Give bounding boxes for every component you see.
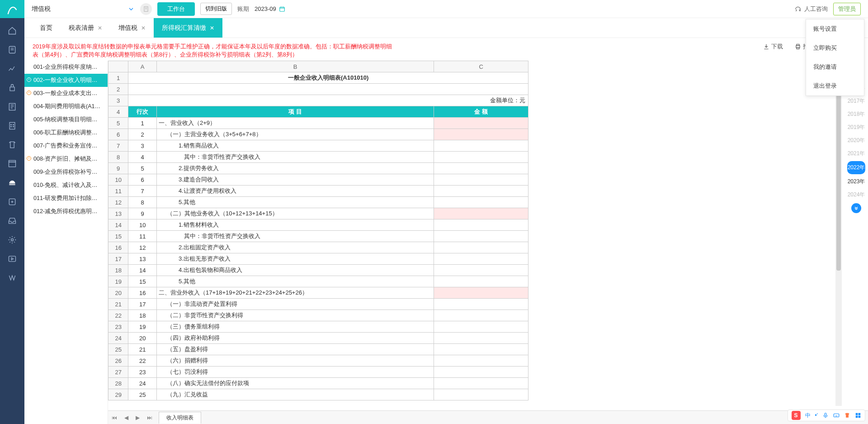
- amount-cell[interactable]: [434, 321, 528, 333]
- page-tabs: 首页税表清册✕增值税✕所得税汇算清缴✕: [24, 18, 868, 38]
- form-list-item[interactable]: 004-期间费用明细表(A1040…: [24, 100, 108, 113]
- support-link[interactable]: 人工咨询: [794, 5, 828, 13]
- amount-cell[interactable]: [434, 118, 528, 129]
- amount-cell[interactable]: [434, 208, 528, 219]
- form-list-item[interactable]: 001-企业所得税年度纳税申…: [24, 61, 108, 74]
- tab[interactable]: 税表清册✕: [61, 18, 110, 38]
- amount-cell[interactable]: [434, 163, 528, 174]
- ime-toolbar[interactable]: S 中 •': [788, 410, 866, 421]
- home-icon[interactable]: [8, 26, 17, 35]
- form-list-item[interactable]: 009-企业所得税弥补亏损明…: [24, 166, 108, 179]
- headset-icon: [794, 5, 802, 13]
- user-menu-item[interactable]: 退出登录: [806, 76, 864, 95]
- year-option[interactable]: 2021年: [844, 147, 868, 160]
- report-icon[interactable]: [8, 102, 17, 111]
- amount-cell[interactable]: [434, 310, 528, 321]
- amount-cell[interactable]: [434, 276, 528, 287]
- form-list-item[interactable]: 012-减免所得税优惠明细表(…: [24, 205, 108, 218]
- tab-close-icon[interactable]: ✕: [98, 25, 102, 31]
- form-list-item[interactable]: 010-免税、减计收入及加计…: [24, 179, 108, 192]
- note-button[interactable]: [140, 3, 152, 15]
- amount-cell[interactable]: [434, 344, 528, 355]
- sheet-tab[interactable]: 收入明细表: [159, 412, 201, 424]
- sheet-nav-last[interactable]: ⏭: [143, 414, 156, 421]
- form-list-item[interactable]: 011-研发费用加计扣除优惠…: [24, 192, 108, 205]
- amount-cell[interactable]: [434, 299, 528, 310]
- mic-icon[interactable]: [822, 412, 829, 419]
- form-list-item[interactable]: 002-一般企业收入明细表(A1…: [24, 74, 108, 87]
- amount-cell[interactable]: [434, 389, 528, 400]
- year-option[interactable]: 2024年: [844, 188, 868, 201]
- download-button[interactable]: 下载: [763, 43, 783, 51]
- sheet-nav-first[interactable]: ⏮: [108, 414, 121, 421]
- tab-close-icon[interactable]: ✕: [210, 25, 214, 31]
- amount-cell[interactable]: [434, 378, 528, 389]
- scrollbar-thumb[interactable]: [836, 76, 841, 271]
- svg-rect-8: [9, 161, 16, 162]
- svg-point-4: [13, 124, 14, 125]
- user-menu-item[interactable]: 账号设置: [806, 19, 864, 38]
- keyboard-icon[interactable]: [833, 412, 840, 419]
- toolbox-icon[interactable]: [855, 412, 861, 419]
- ledger-icon[interactable]: [8, 45, 17, 54]
- admin-button[interactable]: 管理员: [833, 3, 861, 15]
- tab[interactable]: 首页: [32, 18, 61, 38]
- amount-cell[interactable]: [434, 253, 528, 265]
- calc-icon[interactable]: [8, 121, 17, 130]
- user-menu-item[interactable]: 我的邀请: [806, 57, 864, 76]
- amount-cell[interactable]: [434, 174, 528, 186]
- ime-punct-icon[interactable]: •': [815, 412, 818, 419]
- inbox-icon[interactable]: [8, 216, 17, 225]
- sheet-nav-next[interactable]: ▶: [132, 414, 143, 421]
- sheet-nav-prev[interactable]: ◀: [121, 414, 132, 421]
- form-list-item[interactable]: 003-一般企业成本支出明细…: [24, 87, 108, 100]
- assets-icon[interactable]: [8, 83, 17, 92]
- tax-icon[interactable]: [8, 178, 17, 187]
- year-more-button[interactable]: [851, 203, 861, 213]
- year-option[interactable]: 2023年: [844, 175, 868, 188]
- form-list-item[interactable]: 006-职工薪酬纳税调整明细…: [24, 126, 108, 139]
- tax-form-icon[interactable]: [8, 140, 17, 149]
- amount-cell[interactable]: [434, 186, 528, 197]
- ime-mode[interactable]: 中: [805, 412, 811, 419]
- switch-old-button[interactable]: 切到旧版: [200, 3, 232, 15]
- user-menu-item[interactable]: 立即购买: [806, 38, 864, 57]
- amount-cell[interactable]: [434, 231, 528, 242]
- amount-cell[interactable]: [434, 242, 528, 253]
- video-icon[interactable]: [8, 254, 17, 263]
- transfer-icon[interactable]: [8, 197, 17, 206]
- year-option[interactable]: 2020年: [844, 134, 868, 147]
- amount-cell[interactable]: [434, 367, 528, 378]
- tab[interactable]: 所得税汇算清缴✕: [154, 18, 222, 38]
- amount-cell[interactable]: [434, 333, 528, 344]
- amount-cell[interactable]: [434, 152, 528, 163]
- form-list-item[interactable]: 005-纳税调整项目明细表(A1…: [24, 113, 108, 126]
- amount-cell[interactable]: [434, 129, 528, 140]
- year-option[interactable]: 2019年: [844, 121, 868, 134]
- tab-close-icon[interactable]: ✕: [141, 25, 146, 31]
- settings-icon[interactable]: [8, 235, 17, 244]
- vip-icon[interactable]: [8, 273, 17, 282]
- workbench-button[interactable]: 工作台: [157, 2, 195, 16]
- year-option[interactable]: 2018年: [844, 108, 868, 121]
- svg-point-6: [13, 126, 14, 127]
- form-list-item[interactable]: 008-资产折旧、摊销及纳税…: [24, 152, 108, 166]
- skin-icon[interactable]: [844, 412, 850, 419]
- tab[interactable]: 增值税✕: [110, 18, 154, 38]
- amount-cell[interactable]: [434, 355, 528, 367]
- amount-cell[interactable]: [434, 197, 528, 208]
- analytics-icon[interactable]: [8, 64, 17, 73]
- amount-cell[interactable]: [434, 219, 528, 231]
- form-list: 001-企业所得税年度纳税申…002-一般企业收入明细表(A1…003-一般企业…: [24, 61, 108, 424]
- form-list-item[interactable]: 007-广告费和业务宣传费跨…: [24, 139, 108, 152]
- year-option[interactable]: 2017年: [844, 95, 868, 108]
- company-selector[interactable]: 增值税: [32, 5, 135, 13]
- amount-cell[interactable]: [434, 287, 528, 299]
- spreadsheet[interactable]: ABC1一般企业收入明细表(A101010)23金额单位：元4行次项 目金 额5…: [108, 61, 868, 410]
- archive-icon[interactable]: [8, 159, 17, 168]
- period-picker[interactable]: 2023-09: [255, 5, 285, 12]
- amount-cell[interactable]: [434, 140, 528, 152]
- year-option[interactable]: 2022年: [847, 161, 865, 174]
- vertical-scrollbar[interactable]: [835, 76, 842, 406]
- amount-cell[interactable]: [434, 265, 528, 276]
